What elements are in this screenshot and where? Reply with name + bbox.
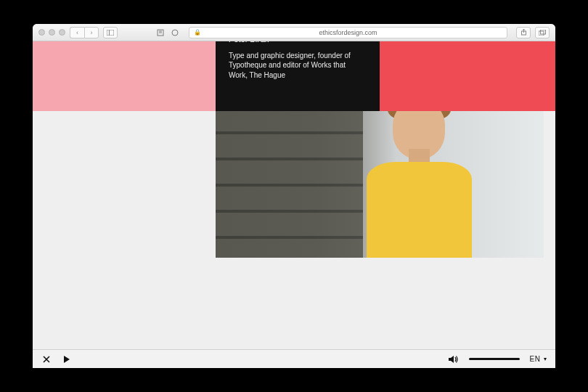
speaker-info: Peter Bil'ak Type and graphic designer, …: [216, 41, 380, 111]
address-bar[interactable]: 🔒 ethicsfordesign.com: [189, 27, 507, 38]
svg-rect-8: [541, 30, 546, 34]
close-window-icon[interactable]: [38, 29, 45, 36]
close-button[interactable]: [41, 354, 52, 364]
info-band: Peter Bil'ak Type and graphic designer, …: [33, 41, 555, 111]
reader-icon[interactable]: [155, 28, 166, 38]
svg-rect-7: [539, 31, 544, 36]
player-bar: EN ▾: [33, 349, 555, 368]
speaker-name: Peter Bil'ak: [229, 41, 367, 45]
browser-chrome: ‹ › 🔒 ethicsfordesign.com: [33, 24, 555, 41]
minimize-window-icon[interactable]: [49, 29, 55, 36]
play-button[interactable]: [62, 354, 72, 364]
back-button[interactable]: ‹: [70, 27, 84, 38]
svg-point-5: [172, 30, 178, 36]
maximize-window-icon[interactable]: [59, 29, 65, 36]
speaker-bio: Type and graphic designer, founder of Ty…: [229, 51, 359, 81]
share-button[interactable]: [516, 27, 531, 38]
band-segment-pink: [33, 41, 216, 111]
url-text: ethicsfordesign.com: [319, 29, 377, 36]
page-content: and designers think that their work is r…: [33, 41, 555, 368]
language-label: EN: [530, 355, 541, 363]
volume-icon[interactable]: [449, 354, 459, 364]
band-segment-red: [380, 41, 555, 111]
language-selector[interactable]: EN ▾: [530, 355, 547, 363]
svg-rect-0: [107, 30, 114, 36]
forward-button[interactable]: ›: [84, 27, 99, 38]
window-controls[interactable]: [38, 29, 65, 36]
browser-window: ‹ › 🔒 ethicsfordesign.com and designers …: [33, 24, 555, 368]
speaker-figure: [354, 98, 485, 258]
nav-buttons: ‹ ›: [70, 27, 99, 38]
chevron-down-icon: ▾: [544, 356, 547, 362]
volume-slider[interactable]: [469, 358, 520, 360]
lock-icon: 🔒: [194, 29, 201, 36]
sidebar-button[interactable]: [103, 27, 118, 38]
tabs-button[interactable]: [535, 27, 550, 38]
site-settings-icon[interactable]: [170, 28, 180, 38]
